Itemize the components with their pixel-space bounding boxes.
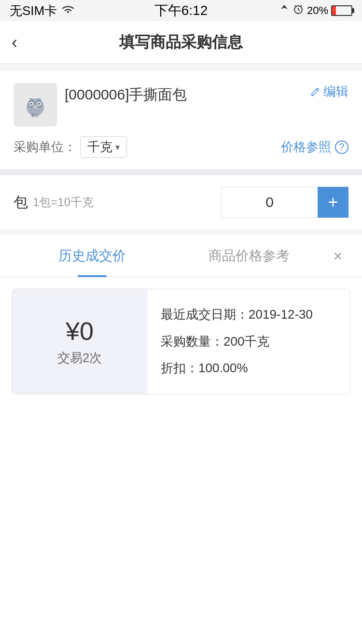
alarm-icon — [292, 3, 304, 18]
pkg-text: 包 — [14, 193, 28, 212]
product-left: 数计 [0000006]手撕面包 — [14, 83, 187, 126]
quantity-label: 包 1包=10千克 — [14, 193, 94, 212]
chevron-down-icon: ▾ — [115, 142, 120, 153]
svg-point-10 — [30, 103, 32, 105]
question-icon: ? — [335, 140, 348, 154]
svg-line-3 — [295, 5, 296, 7]
history-right: 最近成交日期：2019-12-30 采购数量：200千克 折扣：100.00% — [147, 289, 350, 394]
edit-label: 编辑 — [323, 83, 348, 100]
unit-label: 采购单位： 千克 ▾ — [14, 136, 127, 158]
white-area — [0, 406, 362, 644]
product-bottom: 采购单位： 千克 ▾ 价格参照 ? — [14, 136, 348, 158]
unit-select[interactable]: 千克 ▾ — [80, 136, 127, 158]
quantity-control: + — [221, 187, 348, 218]
product-card: 数计 [0000006]手撕面包 编辑 采购单位： 千克 ▾ 价格参照 — [0, 71, 362, 169]
quantity-row: 包 1包=10千克 + — [0, 175, 362, 229]
wifi-icon — [61, 3, 75, 18]
battery-percent: 20% — [307, 4, 328, 17]
product-thumbnail: 数计 — [21, 90, 50, 119]
carrier-text: 无SIM卡 — [10, 2, 57, 19]
svg-text:数计: 数计 — [31, 113, 39, 118]
tabs-container: 历史成交价 商品价格参考 × ¥0 交易2次 最近成交日期：2019-12-30… — [0, 235, 362, 644]
status-right: 20% — [279, 3, 352, 18]
page-title: 填写商品采购信息 — [119, 32, 243, 53]
tab-product-price[interactable]: 商品价格参考 — [170, 235, 327, 277]
purchase-qty: 采购数量：200千克 — [161, 332, 336, 352]
recent-date: 最近成交日期：2019-12-30 — [161, 305, 336, 325]
history-card: ¥0 交易2次 最近成交日期：2019-12-30 采购数量：200千克 折扣：… — [12, 289, 350, 394]
back-button[interactable]: ‹ — [12, 32, 17, 53]
product-image: 数计 — [14, 83, 57, 126]
product-top: 数计 [0000006]手撕面包 编辑 — [14, 83, 348, 126]
discount: 折扣：100.00% — [161, 358, 336, 378]
trade-count: 交易2次 — [57, 350, 102, 366]
tab-close-button[interactable]: × — [327, 245, 348, 266]
price-reference-button[interactable]: 价格参照 ? — [281, 139, 348, 155]
tab-history-price[interactable]: 历史成交价 — [14, 235, 170, 277]
tabs-header: 历史成交价 商品价格参考 × — [0, 235, 362, 277]
status-time: 下午6:12 — [154, 1, 208, 20]
svg-line-4 — [300, 5, 302, 7]
status-bar: 无SIM卡 下午6:12 20% — [0, 0, 362, 21]
pkg-sub: 1包=10千克 — [33, 195, 94, 210]
price-ref-label: 价格参照 — [281, 139, 331, 155]
edit-button[interactable]: 编辑 — [310, 83, 348, 100]
nav-bar: ‹ 填写商品采购信息 — [0, 21, 362, 64]
status-left: 无SIM卡 — [10, 2, 75, 19]
svg-point-11 — [38, 103, 40, 105]
edit-icon — [310, 86, 320, 97]
svg-point-12 — [33, 105, 37, 108]
price-display: ¥0 — [66, 317, 94, 346]
location-icon — [279, 4, 290, 17]
quantity-plus-button[interactable]: + — [318, 187, 348, 218]
history-left: ¥0 交易2次 — [12, 289, 147, 394]
unit-value: 千克 — [87, 139, 112, 155]
svg-line-2 — [298, 10, 300, 11]
quantity-input[interactable] — [221, 187, 318, 218]
battery-icon — [331, 5, 352, 16]
section-divider — [0, 169, 362, 175]
product-name: [0000006]手撕面包 — [65, 83, 187, 105]
